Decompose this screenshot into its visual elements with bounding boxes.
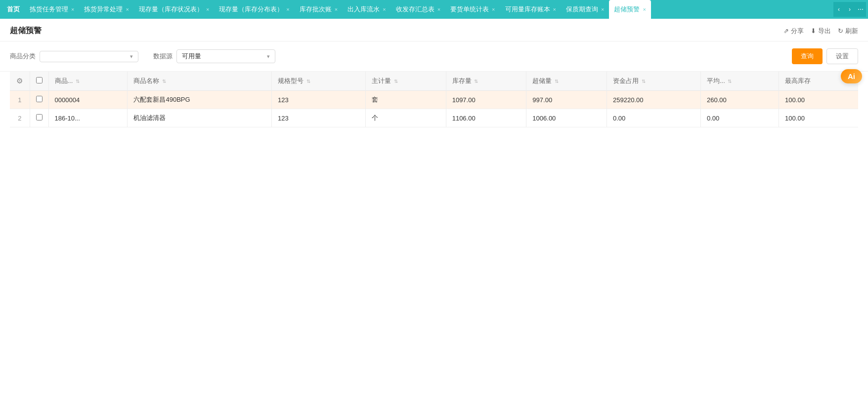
top-navigation: 首页 拣货任务管理 × 拣货异常处理 × 现存量（库存状况表） × 现存量（库存… — [0, 0, 868, 19]
nav-next-button[interactable]: › — [844, 2, 855, 17]
row-overstock: 1006.00 — [526, 109, 607, 127]
export-button[interactable]: ⬇ 导出 — [811, 27, 831, 36]
nav-arrows: ‹ › ⋯ — [833, 2, 866, 17]
column-unit: 主计量 ⇅ — [366, 72, 446, 91]
page-content: 超储预警 ⇗ 分享 ⬇ 导出 ↻ 刷新 商品分类 ▾ 数据源 — [0, 19, 868, 395]
column-code: 商品... ⇅ — [48, 72, 128, 91]
nav-prev-button[interactable]: ‹ — [833, 2, 844, 17]
close-order-stats-icon[interactable]: × — [492, 6, 495, 12]
sort-overstock-icon[interactable]: ⇅ — [555, 79, 559, 84]
overstock-table: ⚙ 商品... ⇅ 商品名称 ⇅ 规格型号 ⇅ — [10, 72, 858, 127]
row-name: 六配套新昌490BPG — [128, 91, 272, 109]
row-avgcost: 260.00 — [700, 91, 779, 109]
row-maxstock: 100.00 — [779, 91, 858, 109]
category-select[interactable]: ▾ — [40, 51, 138, 62]
close-expiry-icon[interactable]: × — [601, 6, 604, 12]
export-icon: ⬇ — [811, 27, 816, 35]
row-spec: 123 — [272, 91, 366, 109]
setting-button[interactable]: 设置 — [826, 48, 858, 64]
table-wrapper: ⚙ 商品... ⇅ 商品名称 ⇅ 规格型号 ⇅ — [0, 72, 868, 127]
query-button[interactable]: 查询 — [792, 48, 823, 64]
row-capital: 259220.00 — [607, 91, 701, 109]
column-capital: 资金占用 ⇅ — [607, 72, 701, 91]
nav-expiry[interactable]: 保质期查询 × — [561, 0, 609, 19]
row-avgcost: 0.00 — [700, 109, 779, 127]
filter-bar: 商品分类 ▾ 数据源 可用量 ▾ 查询 设置 — [0, 41, 868, 72]
column-stock: 库存量 ⇅ — [446, 72, 526, 91]
close-available-account-icon[interactable]: × — [553, 6, 556, 12]
row-number: 2 — [10, 109, 30, 127]
close-pick-task-icon[interactable]: × — [71, 6, 74, 12]
sort-avgcost-icon[interactable]: ⇅ — [728, 79, 732, 84]
column-spec: 规格型号 ⇅ — [272, 72, 366, 91]
gear-icon[interactable]: ⚙ — [16, 77, 23, 85]
nav-home[interactable]: 首页 — [2, 0, 25, 19]
row-number: 1 — [10, 91, 30, 109]
nav-pick-task[interactable]: 拣货任务管理 × — [25, 0, 79, 19]
row-code: 0000004 — [48, 91, 128, 109]
nav-batch-account[interactable]: 库存批次账 × — [295, 0, 343, 19]
row-unit: 个 — [366, 109, 446, 127]
select-all-checkbox[interactable] — [36, 77, 43, 83]
share-button[interactable]: ⇗ 分享 — [783, 27, 804, 36]
row-code: 186-10... — [48, 109, 128, 127]
category-filter: 商品分类 ▾ — [10, 51, 138, 62]
sort-capital-icon[interactable]: ⇅ — [642, 79, 646, 84]
row-stock: 1097.00 — [446, 91, 526, 109]
table-body: 1 0000004 六配套新昌490BPG 123 套 1097.00 997.… — [10, 91, 858, 127]
column-checkbox — [30, 72, 48, 91]
table-row: 2 186-10... 机油滤清器 123 个 1106.00 1006.00 … — [10, 109, 858, 127]
nav-expand-button[interactable]: ⋯ — [855, 2, 866, 17]
close-batch-account-icon[interactable]: × — [335, 6, 338, 12]
row-capital: 0.00 — [607, 109, 701, 127]
header-actions: ⇗ 分享 ⬇ 导出 ↻ 刷新 — [783, 27, 858, 36]
table-header-row: ⚙ 商品... ⇅ 商品名称 ⇅ 规格型号 ⇅ — [10, 72, 858, 91]
nav-stock-dist[interactable]: 现存量（库存分布表） × — [214, 0, 294, 19]
column-avgcost: 平均... ⇅ — [700, 72, 779, 91]
row-checkbox-cell — [30, 91, 48, 109]
row-checkbox-cell — [30, 109, 48, 127]
row-unit: 套 — [366, 91, 446, 109]
sort-name-icon[interactable]: ⇅ — [162, 79, 166, 84]
filter-buttons: 查询 设置 — [792, 48, 858, 64]
sort-stock-icon[interactable]: ⇅ — [474, 79, 478, 84]
sort-unit-icon[interactable]: ⇅ — [394, 79, 398, 84]
nav-order-stats[interactable]: 要货单统计表 × — [445, 0, 500, 19]
page-title: 超储预警 — [10, 26, 42, 36]
close-stock-dist-icon[interactable]: × — [286, 6, 289, 12]
close-summary-icon[interactable]: × — [437, 6, 440, 12]
column-gear: ⚙ — [10, 72, 30, 91]
ai-badge[interactable]: Ai — [841, 69, 862, 83]
sort-code-icon[interactable]: ⇅ — [76, 79, 80, 84]
nav-summary[interactable]: 收发存汇总表 × — [391, 0, 445, 19]
share-icon: ⇗ — [783, 27, 789, 35]
column-overstock: 超储量 ⇅ — [526, 72, 607, 91]
nav-available-account[interactable]: 可用量库存账本 × — [500, 0, 561, 19]
refresh-icon: ↻ — [838, 27, 843, 35]
row-name: 机油滤清器 — [128, 109, 272, 127]
table-row: 1 0000004 六配套新昌490BPG 123 套 1097.00 997.… — [10, 91, 858, 109]
close-inout-flow-icon[interactable]: × — [383, 6, 386, 12]
nav-inout-flow[interactable]: 出入库流水 × — [343, 0, 391, 19]
datasource-value: 可用量 — [182, 52, 201, 61]
row-maxstock: 100.00 — [779, 109, 858, 127]
page-header: 超储预警 ⇗ 分享 ⬇ 导出 ↻ 刷新 — [0, 19, 868, 41]
sort-spec-icon[interactable]: ⇅ — [306, 79, 310, 84]
row-checkbox-0[interactable] — [36, 96, 43, 102]
row-overstock: 997.00 — [526, 91, 607, 109]
row-stock: 1106.00 — [446, 109, 526, 127]
close-stock-status-icon[interactable]: × — [206, 6, 209, 12]
row-checkbox-1[interactable] — [36, 114, 43, 120]
datasource-select[interactable]: 可用量 ▾ — [176, 49, 275, 63]
nav-pick-exception[interactable]: 拣货异常处理 × — [79, 0, 133, 19]
datasource-dropdown-arrow-icon: ▾ — [267, 53, 270, 60]
close-overstock-icon[interactable]: × — [643, 6, 646, 12]
datasource-filter: 数据源 可用量 ▾ — [153, 49, 275, 63]
nav-overstock[interactable]: 超储预警 × — [609, 0, 651, 19]
nav-stock-status[interactable]: 现存量（库存状况表） × — [134, 0, 214, 19]
close-pick-exception-icon[interactable]: × — [126, 6, 129, 12]
column-name: 商品名称 ⇅ — [128, 72, 272, 91]
row-spec: 123 — [272, 109, 366, 127]
refresh-button[interactable]: ↻ 刷新 — [838, 27, 858, 36]
datasource-label: 数据源 — [153, 52, 173, 61]
